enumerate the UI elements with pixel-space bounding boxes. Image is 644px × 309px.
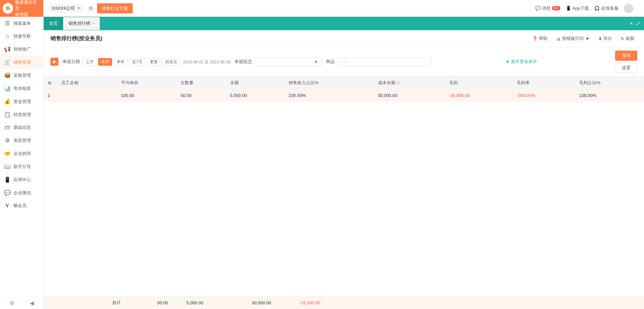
col-settings-icon[interactable]: ⚙ — [48, 81, 52, 86]
page-header: 销售排行榜(按业务员) ❓ 帮助 🖨 按模板打印 ▼ ⬆ 导出 ↻ 刷新 — [44, 30, 644, 47]
settings-small-button[interactable]: 设置 — [615, 63, 637, 73]
sidebar-item-member[interactable]: V 畅会员 — [0, 199, 43, 212]
home-icon: ⌂ — [4, 33, 11, 39]
company-selector[interactable]: XXXXX公司 ▼ — [49, 4, 83, 13]
filter-arrow-btn[interactable]: ▶ — [50, 58, 58, 66]
sidebar-collapse-btn[interactable]: ◀ — [30, 300, 34, 306]
sidebar-item-basic[interactable]: 🗃 基础信息 — [0, 121, 43, 134]
tab-sales-ranking[interactable]: 销售排行榜 × — [63, 17, 100, 30]
sidebar-item-apps[interactable]: 📱 应用中心 — [0, 173, 43, 186]
col-avg-price: 平均单价 — [117, 76, 177, 90]
tabbar-close-icon[interactable]: × — [630, 20, 633, 27]
print-icon: 🖨 — [556, 36, 561, 41]
date-range: 2023-06-01 至 2023-06-30 — [183, 59, 230, 65]
col-name: 员工名称 — [57, 76, 117, 90]
topbar-right: 💬 消息 99+ 📱 App下载 🎧 在线客服 — [535, 4, 639, 13]
sidebar-logo: 畅 畅康通好生意 标准版 — [0, 0, 43, 17]
cell-qty: 50.00 — [176, 90, 226, 102]
online-service-group[interactable]: 🎧 在线客服 — [594, 5, 618, 11]
newbie-icon: 📖 — [4, 163, 11, 170]
footer-gross: -25,000.00 — [295, 300, 324, 305]
date-btn-current-year[interactable]: 本年 — [114, 58, 128, 66]
table-area: ⚙ 员工名称 平均单价 主数量 全额 销售收入占比% 成本全额 ⓘ 毛利 毛利率… — [44, 76, 644, 296]
message-group[interactable]: 💬 消息 99+ — [535, 5, 560, 11]
finance-icon: 💰 — [4, 98, 11, 105]
refresh-btn[interactable]: ↻ 刷新 — [618, 34, 637, 43]
sidebar-item-search[interactable]: ☰ 搜索菜单 — [0, 17, 43, 30]
message-badge: 99+ — [552, 6, 560, 10]
footer-amount: 5,000.00 — [182, 300, 208, 305]
expand-icon: ▼ — [505, 59, 510, 64]
app-download-icon: 📱 — [566, 6, 571, 11]
help-btn[interactable]: ❓ 帮助 — [529, 34, 550, 43]
status-select[interactable]: ▼ — [255, 58, 322, 66]
sidebar-item-finance[interactable]: 💰 资金管理 — [0, 95, 43, 108]
goods-filter-group: 商品 ··· — [326, 58, 431, 66]
apps-icon: 📱 — [4, 176, 11, 183]
company-name: XXXXX公司 — [52, 5, 75, 11]
logo-icon: 畅 — [3, 3, 13, 14]
content: 销售排行榜(按业务员) ❓ 帮助 🖨 按模板打印 ▼ ⬆ 导出 ↻ 刷新 — [44, 30, 644, 309]
date-btn-last-month[interactable]: 上月 — [83, 58, 97, 66]
date-btn-custom[interactable]: 自定义 — [162, 58, 180, 66]
cell-name — [57, 90, 117, 102]
goods-ellipsis[interactable]: ··· — [342, 59, 346, 64]
print-btn[interactable]: 🖨 按模板打印 ▼ — [554, 34, 592, 43]
sidebar-item-marketing[interactable]: 📢 营销推广 — [0, 43, 43, 56]
cell-sales-ratio: 100.00% — [285, 90, 374, 102]
sidebar-bottom: ⚙ ◀ — [0, 297, 43, 309]
sidebar-item-newbie[interactable]: 📖 新手引导 — [0, 160, 43, 173]
basic-icon: 🗃 — [4, 124, 11, 131]
management-icon: 📋 — [4, 111, 11, 118]
sidebar-item-wechat[interactable]: 💬 企业微信 — [0, 186, 43, 199]
topbar-settings-icon[interactable]: ⚙ — [88, 5, 93, 11]
filter-right-btns: 查询 设置 — [611, 51, 637, 73]
page-title: 销售排行榜(按业务员) — [50, 35, 102, 42]
avatar[interactable] — [624, 4, 633, 13]
sidebar-settings-btn[interactable]: ⚙ — [9, 300, 14, 306]
date-btn-more[interactable]: 更多 — [147, 58, 161, 66]
date-btn-7days[interactable]: 近7天 — [129, 58, 145, 66]
purchase-icon: 📦 — [4, 72, 11, 79]
tabbar-right: × ⤢ — [630, 20, 644, 27]
tab-close-icon[interactable]: × — [92, 21, 94, 25]
sidebar-item-system[interactable]: ⚙ 系统管理 — [0, 134, 43, 147]
sidebar-item-purchase[interactable]: 📦 采购管理 — [0, 69, 43, 82]
sidebar-item-sales[interactable]: 🛒 销售管理 — [0, 56, 43, 69]
col-sales-ratio: 销售收入占比% — [285, 76, 374, 90]
tab-sales-ranking-label: 销售排行榜 — [69, 20, 90, 27]
page-actions: ❓ 帮助 🖨 按模板打印 ▼ ⬆ 导出 ↻ 刷新 — [529, 34, 637, 43]
table-header-row: ⚙ 员工名称 平均单价 主数量 全额 销售收入占比% 成本全额 ⓘ 毛利 毛利率… — [44, 76, 644, 90]
tab-home[interactable]: 首页 — [44, 17, 63, 30]
goods-select[interactable]: ··· — [337, 58, 431, 66]
wechat-icon: 💬 — [4, 190, 11, 196]
query-button[interactable]: 查询 — [615, 51, 637, 61]
col-gross-rate: 毛利率 — [513, 76, 575, 90]
date-btn-current-month[interactable]: 本月 — [98, 58, 112, 66]
sidebar-item-management[interactable]: 📋 经营管理 — [0, 108, 43, 121]
footer-total-label: 合计 — [108, 300, 125, 306]
cell-gross: -25,000.00 — [445, 90, 513, 102]
sidebar-item-enterprise[interactable]: 🤝 企业协同 — [0, 147, 43, 160]
date-options: 上月 本月 本年 近7天 更多 自定义 — [83, 58, 180, 66]
col-gross: 毛利 — [445, 76, 513, 90]
trial-button[interactable]: 体验行业方案 — [97, 3, 133, 13]
help-icon: ❓ — [532, 36, 538, 41]
app-download-group[interactable]: 📱 App下载 — [566, 5, 589, 11]
col-amount: 全额 — [226, 76, 285, 90]
cell-rank: 1 — [44, 90, 57, 102]
col-gross-ratio: 毛利占比% — [575, 76, 644, 90]
export-btn[interactable]: ⬆ 导出 — [596, 34, 615, 43]
sidebar-item-inventory[interactable]: 📊 库存核算 — [0, 82, 43, 95]
goods-filter-label: 商品 — [326, 59, 335, 65]
col-settings[interactable]: ⚙ — [44, 76, 57, 90]
sidebar-item-nav[interactable]: ⌂ 快捷导航 — [0, 30, 43, 43]
tabbar-expand-icon[interactable]: ⤢ — [636, 20, 640, 27]
expand-more-btn[interactable]: ▼ 展开更多条件 — [505, 59, 537, 65]
print-arrow-icon: ▼ — [585, 36, 590, 41]
table-row: 1 100.00 50.00 5,000.00 100.00% 30,000.0… — [44, 90, 644, 102]
col-qty: 主数量 — [176, 76, 226, 90]
status-filter-label: 单据状态 — [234, 59, 252, 65]
online-service-label: 在线客服 — [601, 5, 618, 11]
cell-amount: 5,000.00 — [226, 90, 285, 102]
